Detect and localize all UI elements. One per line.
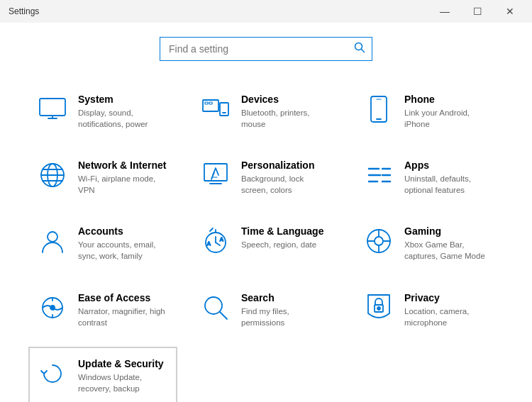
svg-text:A: A: [220, 237, 223, 242]
svg-point-40: [50, 306, 55, 310]
setting-desc-ease: Narrator, magnifier, high contrast: [78, 306, 169, 328]
setting-text-update: Update & Security Windows Update, recove…: [78, 358, 169, 394]
setting-desc-time: Speech, region, date: [241, 239, 323, 250]
setting-desc-apps: Uninstall, defaults, optional features: [404, 173, 495, 196]
setting-text-accounts: Accounts Your accounts, email, sync, wor…: [78, 225, 169, 262]
accounts-icon: [37, 225, 68, 257]
svg-line-1: [362, 50, 365, 52]
setting-desc-personalization: Background, lock screen, colors: [241, 173, 332, 196]
setting-text-system: System Display, sound, notifications, po…: [78, 94, 169, 130]
setting-text-network: Network & Internet Wi-Fi, airplane mode,…: [78, 160, 169, 196]
setting-title-ease: Ease of Access: [78, 292, 169, 303]
setting-title-update: Update & Security: [78, 358, 169, 369]
network-icon: [37, 160, 68, 191]
setting-item-ease[interactable]: Ease of Access Narrator, magnifier, high…: [28, 281, 177, 340]
update-icon: [37, 358, 68, 389]
setting-item-phone[interactable]: Phone Link your Android, iPhone: [355, 82, 504, 141]
setting-desc-search: Find my files, permissions: [241, 306, 332, 328]
svg-point-34: [375, 237, 383, 245]
setting-title-accounts: Accounts: [78, 225, 169, 237]
search-container: [28, 37, 504, 61]
svg-line-44: [220, 312, 227, 319]
phone-icon: [363, 94, 394, 125]
search-input[interactable]: [160, 37, 372, 61]
search-icon: [200, 292, 231, 323]
personalization-icon: [200, 160, 231, 191]
svg-rect-2: [40, 99, 65, 116]
maximize-button[interactable]: ☐: [461, 0, 494, 23]
svg-rect-10: [371, 96, 387, 122]
setting-text-ease: Ease of Access Narrator, magnifier, high…: [78, 292, 169, 328]
setting-item-time[interactable]: A A Time & Language Speech, region, date: [192, 214, 340, 273]
svg-line-30: [216, 242, 220, 245]
close-button[interactable]: ✕: [494, 0, 526, 23]
setting-desc-privacy: Location, camera, microphone: [404, 306, 495, 328]
setting-text-personalization: Personalization Background, lock screen,…: [241, 160, 332, 196]
setting-title-time: Time & Language: [241, 225, 323, 237]
setting-title-phone: Phone: [404, 94, 495, 105]
setting-desc-network: Wi-Fi, airplane mode, VPN: [78, 173, 169, 196]
setting-title-search: Search: [241, 292, 332, 303]
time-icon: A A: [200, 225, 231, 257]
svg-rect-5: [203, 100, 218, 111]
setting-desc-accounts: Your accounts, email, sync, work, family: [78, 239, 169, 262]
setting-text-search: Search Find my files, permissions: [241, 292, 332, 328]
svg-point-46: [377, 307, 380, 310]
setting-title-system: System: [78, 94, 169, 105]
setting-desc-update: Windows Update, recovery, backup: [78, 372, 169, 394]
setting-item-update[interactable]: Update & Security Windows Update, recove…: [28, 347, 177, 402]
setting-item-system[interactable]: System Display, sound, notifications, po…: [28, 82, 177, 141]
setting-text-privacy: Privacy Location, camera, microphone: [404, 292, 495, 328]
devices-icon: [200, 94, 231, 125]
main-content: System Display, sound, notifications, po…: [0, 23, 532, 402]
setting-desc-phone: Link your Android, iPhone: [404, 107, 495, 130]
setting-item-accounts[interactable]: Accounts Your accounts, email, sync, wor…: [28, 214, 177, 273]
svg-point-27: [48, 232, 57, 242]
setting-text-time: Time & Language Speech, region, date: [241, 225, 323, 250]
setting-item-network[interactable]: Network & Internet Wi-Fi, airplane mode,…: [28, 148, 177, 207]
privacy-icon: [363, 292, 394, 323]
svg-rect-18: [204, 164, 227, 181]
setting-item-gaming[interactable]: Gaming Xbox Game Bar, captures, Game Mod…: [355, 214, 504, 273]
setting-desc-system: Display, sound, notifications, power: [78, 107, 169, 130]
svg-rect-8: [205, 102, 208, 104]
gaming-icon: [363, 225, 394, 257]
setting-item-devices[interactable]: Devices Bluetooth, printers, mouse: [192, 82, 340, 141]
system-icon: [37, 94, 68, 125]
setting-title-network: Network & Internet: [78, 160, 169, 171]
window-title: Settings: [9, 6, 39, 16]
minimize-button[interactable]: —: [428, 0, 461, 23]
apps-icon: [363, 160, 394, 191]
setting-item-personalization[interactable]: Personalization Background, lock screen,…: [192, 148, 340, 207]
svg-rect-9: [209, 102, 212, 104]
setting-text-apps: Apps Uninstall, defaults, optional featu…: [404, 160, 495, 196]
setting-item-privacy[interactable]: Privacy Location, camera, microphone: [355, 281, 504, 340]
settings-grid: System Display, sound, notifications, po…: [28, 82, 504, 402]
setting-text-gaming: Gaming Xbox Game Bar, captures, Game Mod…: [404, 225, 495, 262]
search-box: [160, 37, 372, 61]
title-bar: Settings — ☐ ✕: [0, 0, 532, 23]
setting-title-apps: Apps: [404, 160, 495, 171]
setting-title-devices: Devices: [241, 94, 332, 105]
setting-item-apps[interactable]: Apps Uninstall, defaults, optional featu…: [355, 148, 504, 207]
setting-desc-gaming: Xbox Game Bar, captures, Game Mode: [404, 239, 495, 262]
setting-title-gaming: Gaming: [404, 225, 495, 237]
window-controls: — ☐ ✕: [428, 0, 526, 23]
setting-title-privacy: Privacy: [404, 292, 495, 303]
setting-text-phone: Phone Link your Android, iPhone: [404, 94, 495, 130]
search-icon: [354, 42, 365, 56]
setting-item-search[interactable]: Search Find my files, permissions: [192, 281, 340, 340]
svg-text:A: A: [207, 241, 211, 246]
svg-rect-6: [220, 103, 228, 116]
setting-desc-devices: Bluetooth, printers, mouse: [241, 107, 332, 130]
ease-icon: [37, 292, 68, 323]
setting-text-devices: Devices Bluetooth, printers, mouse: [241, 94, 332, 130]
setting-title-personalization: Personalization: [241, 160, 332, 171]
